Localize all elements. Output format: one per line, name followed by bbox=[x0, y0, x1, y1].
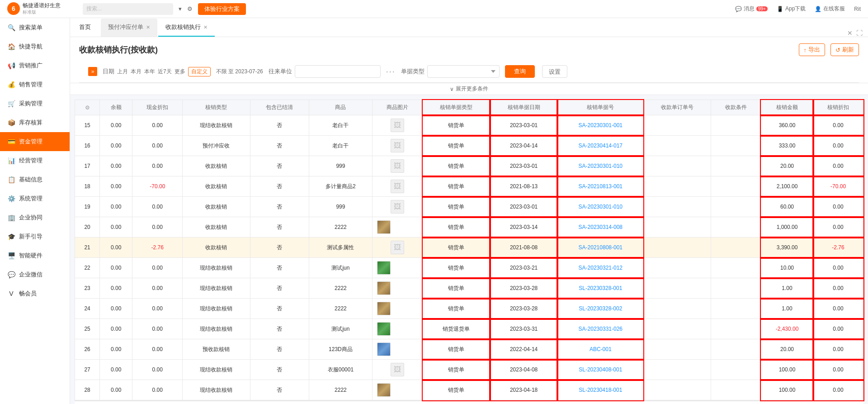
search-input[interactable]: 搜索... bbox=[83, 3, 173, 15]
window-maximize-icon[interactable]: ⛶ bbox=[856, 29, 863, 37]
row-writeoff-amount: 100.00 bbox=[761, 380, 813, 400]
voucher-no-link[interactable]: SA-20230301-010 bbox=[579, 163, 623, 169]
export-button[interactable]: ↑ 导出 bbox=[799, 43, 826, 56]
row-voucher-no: SA-20210808-001 bbox=[557, 238, 643, 258]
row-goods-img: 🖼 bbox=[373, 176, 423, 197]
sidebar-item-sales[interactable]: 💰 销售管理 bbox=[0, 75, 70, 94]
window-close-icon[interactable]: ✕ bbox=[847, 29, 853, 37]
voucher-no-link[interactable]: SA-20230321-012 bbox=[579, 265, 623, 271]
row-voucher-type: 销货单 bbox=[423, 136, 490, 156]
row-no: 20 bbox=[75, 217, 100, 238]
product-image-brown bbox=[377, 281, 391, 295]
sidebar-item-guide[interactable]: 🎓 新手引导 bbox=[0, 227, 70, 246]
sidebar-item-marketing[interactable]: 📢 营销推广 bbox=[0, 56, 70, 75]
user-name[interactable]: Rit bbox=[854, 6, 861, 12]
row-goods: 多计量商品2 bbox=[309, 176, 373, 197]
row-cash-discount: 0.00 bbox=[132, 278, 183, 299]
tab-close-collection[interactable]: ✕ bbox=[203, 24, 208, 30]
voucher-no-link[interactable]: SA-20230414-017 bbox=[579, 143, 623, 149]
table-row: 26 0.00 0.00 预收款核销 否 123D商品 销货单 2022-04-… bbox=[75, 339, 863, 360]
voucher-no-link[interactable]: ABC-001 bbox=[590, 346, 612, 352]
row-include-cleared: 否 bbox=[250, 278, 309, 299]
date-this-month[interactable]: 本月 bbox=[131, 68, 142, 76]
date-this-year[interactable]: 本年 bbox=[144, 68, 155, 76]
table-row: 24 0.00 0.00 现结收款核销 否 2222 销货单 2023-03-2… bbox=[75, 299, 863, 319]
sidebar-item-operation[interactable]: 📊 经营管理 bbox=[0, 151, 70, 170]
tab-home[interactable]: 首页 bbox=[70, 19, 100, 37]
row-writeoff-discount: 0.00 bbox=[813, 380, 863, 400]
row-writeoff-discount: 0.00 bbox=[813, 217, 863, 238]
row-include-cleared: 否 bbox=[250, 380, 309, 400]
expand-more-button[interactable]: ∨ 展开更多条件 bbox=[450, 85, 488, 93]
sidebar-label-capital: 资金管理 bbox=[19, 138, 42, 146]
th-settings[interactable]: ⚙ bbox=[75, 100, 100, 115]
dropdown-icon[interactable]: ▾ bbox=[179, 5, 182, 12]
table-row: 21 0.00 -2.76 收款核销 否 测试多属性 🖼 销货单 2021-08… bbox=[75, 238, 863, 258]
message-button[interactable]: 💬 消息 99+ bbox=[735, 5, 768, 13]
sidebar-item-enterprise[interactable]: 🏢 企业协同 bbox=[0, 208, 70, 227]
row-collect-condition bbox=[711, 115, 761, 136]
refresh-button[interactable]: ↺ 刷新 bbox=[830, 43, 859, 56]
more-filters-icon[interactable]: ··· bbox=[386, 67, 396, 76]
partner-input[interactable] bbox=[295, 65, 381, 78]
page-header: 收款核销执行(按收款) ↑ 导出 ↺ 刷新 » bbox=[70, 37, 868, 83]
row-no: 15 bbox=[75, 115, 100, 136]
sidebar-item-basic[interactable]: 📋 基础信息 bbox=[0, 170, 70, 189]
sidebar-item-quick[interactable]: 🏠 快捷导航 bbox=[0, 37, 70, 56]
tab-collection[interactable]: 收款核销执行 ✕ bbox=[158, 19, 215, 37]
voucher-no-link[interactable]: SA-20210808-001 bbox=[579, 244, 623, 251]
voucher-no-link[interactable]: SL-20230408-001 bbox=[579, 366, 622, 373]
gear-icon[interactable]: ⚙ bbox=[187, 5, 193, 12]
product-image-brown bbox=[377, 302, 391, 315]
chart-icon: 📊 bbox=[7, 157, 15, 165]
voucher-no-link[interactable]: SL-20230328-001 bbox=[579, 285, 622, 291]
row-include-cleared: 否 bbox=[250, 339, 309, 360]
row-goods: 2222 bbox=[309, 217, 373, 238]
sidebar-item-search[interactable]: 🔍 搜索菜单 bbox=[0, 18, 70, 37]
date-last-month[interactable]: 上月 bbox=[117, 68, 128, 76]
sidebar-item-capital[interactable]: 💳 资金管理 bbox=[0, 132, 70, 151]
date-7days[interactable]: 近7天 bbox=[158, 68, 172, 76]
row-writeoff-discount: 0.00 bbox=[813, 197, 863, 217]
sidebar-item-hardware[interactable]: 🖥️ 智能硬件 bbox=[0, 246, 70, 265]
settings-col-icon[interactable]: ⚙ bbox=[85, 105, 90, 111]
row-writeoff-amount: 1.00 bbox=[761, 278, 813, 299]
trial-button[interactable]: 体验行业方案 bbox=[198, 3, 246, 15]
filter-expand-button[interactable]: » bbox=[88, 67, 97, 76]
row-goods-img bbox=[373, 258, 423, 278]
table-area[interactable]: ⚙ 余额 现金折扣 核销类型 包含已结清 商品 商品图片 核销单据类型 核销单据… bbox=[70, 95, 868, 404]
sidebar-item-inventory[interactable]: 📦 库存核算 bbox=[0, 113, 70, 132]
row-cash-discount: 0.00 bbox=[132, 258, 183, 278]
row-goods: 2222 bbox=[309, 278, 373, 299]
row-goods-img: 🖼 bbox=[373, 360, 423, 380]
th-cash-discount: 现金折扣 bbox=[132, 100, 183, 115]
online-service-button[interactable]: 👤 在线客服 bbox=[815, 5, 845, 13]
date-custom[interactable]: 自定义 bbox=[188, 67, 211, 76]
voucher-no-link[interactable]: SA-20230314-008 bbox=[579, 224, 623, 230]
row-writeoff-discount: 0.00 bbox=[813, 156, 863, 176]
row-balance: 0.00 bbox=[100, 339, 132, 360]
sidebar-item-member[interactable]: V 畅会员 bbox=[0, 284, 70, 303]
voucher-no-link[interactable]: SL-20230418-001 bbox=[579, 387, 622, 393]
sidebar-item-wechat[interactable]: 💬 企业微信 bbox=[0, 265, 70, 284]
voucher-type-select[interactable] bbox=[427, 65, 500, 78]
tab-close-prepay[interactable]: ✕ bbox=[146, 24, 150, 30]
sidebar-item-system[interactable]: ⚙️ 系统管理 bbox=[0, 189, 70, 208]
row-voucher-date: 2021-08-13 bbox=[490, 176, 557, 197]
app-download-button[interactable]: 📱 App下载 bbox=[777, 5, 806, 13]
row-writeoff-type: 预付冲应收 bbox=[183, 136, 250, 156]
settings-button[interactable]: 设置 bbox=[542, 65, 567, 78]
query-button[interactable]: 查询 bbox=[505, 65, 535, 78]
product-image-empty: 🖼 bbox=[391, 363, 404, 376]
row-voucher-no: SA-20230331-026 bbox=[557, 319, 643, 339]
voucher-no-link[interactable]: SA-20230301-001 bbox=[579, 122, 623, 128]
logo-text: 畅捷通谱好生意 bbox=[23, 2, 61, 9]
voucher-no-link[interactable]: SA-20230301-010 bbox=[579, 204, 623, 210]
sidebar-item-purchase[interactable]: 🛒 采购管理 bbox=[0, 94, 70, 113]
voucher-no-link[interactable]: SA-20210813-001 bbox=[579, 183, 623, 190]
tab-prepay[interactable]: 预付冲应付单 ✕ bbox=[101, 19, 157, 37]
voucher-no-link[interactable]: SA-20230331-026 bbox=[579, 326, 623, 332]
voucher-no-link[interactable]: SL-20230328-002 bbox=[579, 305, 622, 312]
cart-icon: 🛒 bbox=[7, 100, 15, 108]
date-more[interactable]: 更多 bbox=[175, 68, 185, 76]
